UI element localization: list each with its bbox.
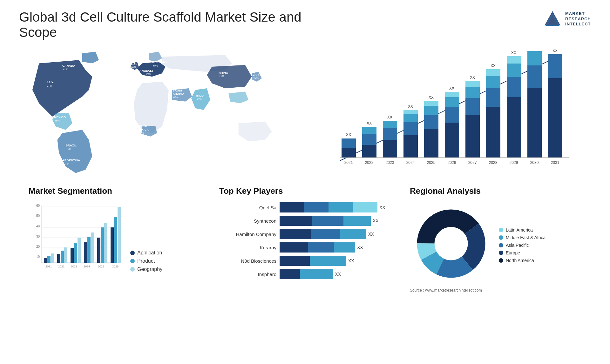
svg-rect-40: [362, 134, 376, 145]
segmentation-legend: Application Product Geography: [130, 250, 162, 272]
svg-rect-64: [465, 87, 480, 98]
svg-rect-37: [342, 138, 356, 148]
segmentation-title: Market Segmentation: [29, 186, 200, 196]
svg-text:SPAIN: SPAIN: [135, 76, 144, 80]
svg-rect-74: [507, 64, 521, 77]
svg-text:JAPAN: JAPAN: [253, 73, 263, 76]
svg-text:2021: 2021: [344, 160, 353, 165]
svg-text:U.K.: U.K.: [131, 62, 137, 65]
svg-text:CANADA: CANADA: [62, 64, 75, 67]
svg-text:2026: 2026: [448, 160, 456, 165]
player-name-kuraray: Kuraray: [219, 245, 276, 250]
bottom-sections: Market Segmentation 60 50 40 30 20 10: [19, 180, 591, 302]
svg-text:2027: 2027: [468, 160, 477, 165]
legend-europe: Europe: [499, 250, 546, 255]
svg-text:xx%: xx%: [63, 68, 68, 71]
svg-rect-63: [465, 98, 480, 115]
legend-asia-pacific: Asia Pacific: [499, 243, 546, 248]
svg-marker-0: [545, 11, 560, 25]
svg-text:xx%: xx%: [135, 80, 140, 83]
svg-text:XX: XX: [346, 132, 351, 137]
player-xx-n3d: XX: [348, 258, 354, 263]
svg-text:XX: XX: [511, 51, 516, 55]
svg-rect-50: [403, 110, 418, 114]
svg-text:2022: 2022: [365, 160, 374, 165]
main-content: U.S. xx% CANADA xx% MEXICO xx% BRAZIL xx…: [0, 43, 610, 302]
player-name-hamilton: Hamilton Company: [219, 232, 276, 237]
latin-america-label: Latin America: [506, 227, 533, 233]
svg-rect-62: [465, 115, 480, 158]
bar-chart-svg: XX XX XX XX XX: [311, 50, 585, 177]
svg-rect-44: [383, 128, 397, 140]
player-xx-hamilton: XX: [368, 232, 374, 237]
svg-rect-127: [118, 207, 121, 263]
svg-text:xx%: xx%: [55, 119, 60, 122]
logo-icon: [543, 10, 562, 29]
page-title: Global 3d Cell Culture Scaffold Market S…: [19, 10, 305, 40]
svg-text:2024: 2024: [84, 265, 90, 268]
legend-middle-east: Middle East & Africa: [499, 235, 546, 240]
svg-text:40: 40: [36, 225, 40, 228]
player-name-insphero: Insphero: [219, 272, 276, 277]
svg-rect-115: [64, 247, 67, 263]
regional-title: Regional Analysis: [410, 186, 581, 196]
svg-text:2025: 2025: [98, 265, 104, 268]
svg-text:MEXICO: MEXICO: [54, 115, 66, 119]
svg-rect-126: [114, 217, 117, 263]
svg-rect-125: [111, 227, 114, 263]
svg-text:xx%: xx%: [64, 163, 69, 166]
svg-text:ARGENTINA: ARGENTINA: [62, 158, 80, 162]
svg-text:30: 30: [36, 235, 40, 238]
segmentation-section: Market Segmentation 60 50 40 30 20 10: [19, 180, 210, 302]
geography-dot: [130, 267, 135, 272]
svg-text:XX: XX: [532, 50, 537, 51]
svg-rect-75: [507, 56, 521, 64]
player-row-qgel: Qgel Sa XX: [219, 202, 391, 212]
svg-rect-48: [403, 122, 418, 135]
header: Global 3d Cell Culture Scaffold Market S…: [0, 0, 610, 43]
svg-text:2021: 2021: [45, 265, 52, 268]
svg-rect-78: [527, 65, 542, 88]
svg-text:ITALY: ITALY: [146, 69, 154, 72]
svg-rect-112: [51, 253, 54, 263]
svg-rect-82: [548, 54, 562, 78]
regional-inner: Latin America Middle East & Africa Asia …: [410, 202, 581, 285]
player-row-hamilton: Hamilton Company XX: [219, 229, 391, 239]
geography-label: Geography: [137, 266, 162, 272]
svg-rect-111: [47, 256, 51, 263]
svg-text:2022: 2022: [58, 265, 64, 268]
svg-rect-77: [527, 88, 542, 158]
svg-rect-49: [403, 114, 418, 122]
svg-text:XX: XX: [491, 64, 496, 68]
svg-text:XX: XX: [552, 50, 558, 53]
svg-rect-73: [507, 77, 521, 97]
svg-text:CHINA: CHINA: [219, 71, 228, 75]
europe-label: Europe: [506, 250, 520, 255]
player-xx-kuraray: XX: [357, 245, 363, 250]
north-america-dot: [499, 258, 503, 263]
svg-text:2028: 2028: [489, 160, 498, 165]
svg-text:20: 20: [36, 245, 40, 248]
middle-east-label: Middle East & Africa: [506, 235, 546, 240]
svg-rect-39: [362, 145, 376, 158]
player-bar-synthecon: XX: [280, 216, 391, 226]
svg-text:BRAZIL: BRAZIL: [66, 144, 77, 147]
player-bar-insphero: XX: [280, 269, 391, 279]
regional-legend: Latin America Middle East & Africa Asia …: [499, 227, 546, 263]
player-name-qgel: Qgel Sa: [219, 205, 276, 210]
player-bar-kuraray: XX: [280, 242, 391, 253]
svg-text:xx%: xx%: [173, 96, 178, 99]
svg-rect-43: [383, 140, 397, 158]
svg-rect-53: [424, 115, 438, 129]
svg-text:SAUDI: SAUDI: [173, 89, 182, 92]
svg-rect-116: [71, 248, 74, 263]
svg-rect-113: [57, 254, 60, 263]
svg-rect-123: [101, 227, 104, 263]
svg-text:60: 60: [36, 204, 40, 207]
svg-rect-110: [44, 258, 47, 263]
svg-rect-114: [61, 251, 64, 263]
svg-rect-69: [486, 76, 500, 88]
svg-rect-120: [87, 237, 91, 263]
svg-rect-36: [342, 148, 356, 158]
svg-rect-72: [507, 97, 521, 158]
